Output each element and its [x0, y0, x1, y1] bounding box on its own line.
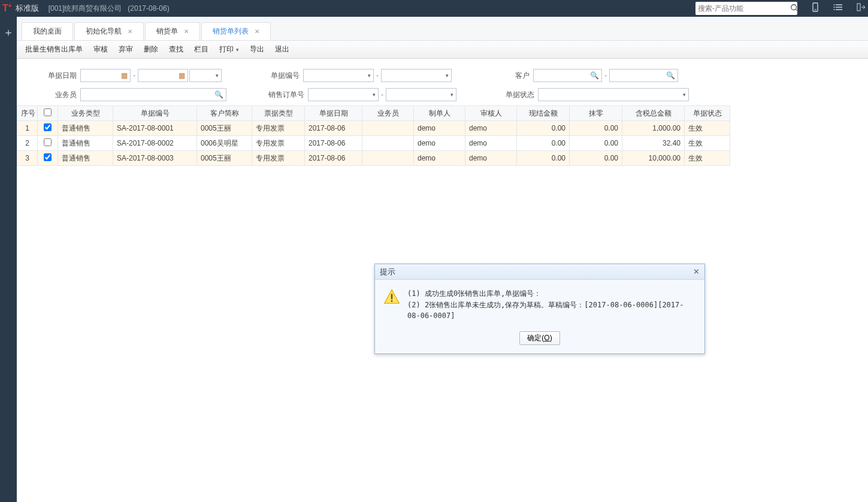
batch-generate-button[interactable]: 批量生销售出库单	[25, 44, 83, 55]
device-icon[interactable]	[810, 2, 820, 14]
cell-status: 生效	[685, 136, 730, 151]
docno-from-input[interactable]: ▾	[303, 69, 374, 82]
header-row: 序号 业务类型 单据编号 客户简称 票据类型 单据日期 业务员 制单人 审核人 …	[17, 106, 730, 121]
search-icon[interactable]	[788, 4, 801, 14]
col-customer[interactable]: 客户简称	[197, 106, 252, 121]
edition-label: 标准版	[16, 3, 39, 14]
col-maker[interactable]: 制单人	[414, 106, 465, 121]
close-icon[interactable]: ✕	[184, 28, 189, 35]
left-rail: ＋	[0, 17, 17, 502]
docno-to-input[interactable]: ▾	[381, 69, 452, 82]
col-status[interactable]: 单据状态	[685, 106, 730, 121]
col-salesman[interactable]: 业务员	[362, 106, 414, 121]
lookup-icon: 🔍	[590, 71, 599, 80]
cell-doc-date: 2017-08-06	[305, 136, 362, 151]
col-biz-type[interactable]: 业务类型	[58, 106, 113, 121]
svg-point-0	[791, 4, 797, 10]
svg-point-7	[834, 4, 835, 5]
dialog-title-bar[interactable]: 提示 ✕	[375, 264, 704, 280]
close-icon[interactable]: ✕	[255, 28, 259, 35]
date-from-input[interactable]: ▦	[80, 69, 131, 82]
svg-rect-13	[391, 300, 392, 302]
customer-to-input[interactable]: 🔍	[609, 69, 678, 82]
col-seq[interactable]: 序号	[17, 106, 38, 121]
svg-rect-10	[857, 4, 860, 11]
cell-round-off: 0.00	[570, 121, 622, 136]
col-doc-date[interactable]: 单据日期	[305, 106, 362, 121]
col-checkbox[interactable]	[38, 106, 58, 121]
action-toolbar: 批量生销售出库单 审核 弃审 删除 查找 栏目 打印▾ 导出 退出	[17, 41, 868, 59]
cell-inv-type: 专用发票	[252, 151, 305, 166]
table-row[interactable]: 2普通销售SA-2017-08-00020006吴明星专用发票2017-08-0…	[17, 136, 730, 151]
ok-button[interactable]: 确定(O)	[519, 331, 559, 345]
orderno-to-input[interactable]: ▾	[386, 88, 456, 101]
business-date: (2017-08-06)	[128, 4, 169, 13]
cell-maker: demo	[414, 136, 465, 151]
exit-button[interactable]: 退出	[275, 44, 289, 55]
cell-biz-type: 普通销售	[58, 121, 113, 136]
col-tax-total[interactable]: 含税总金额	[622, 106, 685, 121]
cell-inv-type: 专用发票	[252, 121, 305, 136]
add-tab-button[interactable]: ＋	[0, 25, 17, 40]
chevron-down-icon: ▾	[216, 72, 219, 78]
status-select[interactable]: ▾	[538, 88, 689, 101]
tab-desktop[interactable]: 我的桌面	[22, 22, 73, 40]
col-inv-type[interactable]: 票据类型	[252, 106, 305, 121]
cell-doc-no: SA-2017-08-0002	[113, 136, 197, 151]
orderno-from-input[interactable]: ▾	[308, 88, 379, 101]
row-checkbox[interactable]	[44, 123, 52, 131]
tab-sales-voucher-list[interactable]: 销货单列表 ✕	[201, 22, 271, 40]
tab-init-nav[interactable]: 初始化导航 ✕	[74, 22, 144, 40]
tabs-bar: 我的桌面 初始化导航 ✕ 销货单 ✕ 销货单列表 ✕	[17, 17, 868, 41]
date-preset-select[interactable]: ▾	[189, 69, 222, 82]
columns-button[interactable]: 栏目	[194, 44, 208, 55]
customer-from-input[interactable]: 🔍	[533, 69, 602, 82]
dialog-message: (1) 成功生成0张销售出库单,单据编号： (2) 2张销售出库单未生成功,保存…	[407, 288, 695, 322]
col-round-off[interactable]: 抹零	[570, 106, 622, 121]
table-row[interactable]: 1普通销售SA-2017-08-00010005王丽专用发票2017-08-06…	[17, 121, 730, 136]
tab-sales-voucher[interactable]: 销货单 ✕	[145, 22, 200, 40]
data-grid: 序号 业务类型 单据编号 客户简称 票据类型 单据日期 业务员 制单人 审核人 …	[17, 105, 868, 166]
tab-label: 销货单列表	[213, 26, 249, 37]
svg-rect-2	[813, 3, 818, 11]
cell-maker: demo	[414, 151, 465, 166]
row-checkbox[interactable]	[44, 138, 52, 146]
select-all-checkbox[interactable]	[44, 108, 52, 116]
cell-check[interactable]	[38, 136, 58, 151]
col-doc-no[interactable]: 单据编号	[113, 106, 197, 121]
delete-button[interactable]: 删除	[144, 44, 158, 55]
row-checkbox[interactable]	[44, 153, 52, 161]
table-row[interactable]: 3普通销售SA-2017-08-00030005王丽专用发票2017-08-06…	[17, 151, 730, 166]
chevron-down-icon: ▾	[450, 92, 453, 98]
list-icon[interactable]	[833, 2, 843, 14]
global-search[interactable]	[695, 2, 797, 15]
cell-doc-date: 2017-08-06	[305, 121, 362, 136]
cell-check[interactable]	[38, 151, 58, 166]
cell-biz-type: 普通销售	[58, 136, 113, 151]
expand-icon[interactable]	[856, 2, 866, 14]
chevron-down-icon: ▾	[683, 92, 686, 98]
svg-point-8	[834, 7, 835, 8]
date-to-input[interactable]: ▦	[138, 69, 188, 82]
warning-icon	[383, 288, 407, 322]
company-label: [001]统邦商贸有限公司	[49, 4, 122, 14]
search-input[interactable]	[698, 4, 788, 13]
audit-button[interactable]: 审核	[93, 44, 108, 55]
export-button[interactable]: 导出	[250, 44, 264, 55]
chevron-down-icon: ▾	[446, 72, 449, 78]
col-auditor[interactable]: 审核人	[465, 106, 517, 121]
print-button[interactable]: 打印▾	[219, 44, 239, 55]
cell-check[interactable]	[38, 121, 58, 136]
cell-cash-amt: 0.00	[517, 136, 570, 151]
cell-doc-no: SA-2017-08-0001	[113, 121, 197, 136]
tab-label: 我的桌面	[33, 26, 62, 37]
calendar-icon: ▦	[179, 71, 185, 80]
find-button[interactable]: 查找	[169, 44, 183, 55]
chevron-down-icon: ▾	[373, 92, 376, 98]
col-cash-amt[interactable]: 现结金额	[517, 106, 570, 121]
salesman-input[interactable]: 🔍	[80, 88, 226, 101]
unaudit-button[interactable]: 弃审	[119, 44, 133, 55]
close-icon[interactable]: ✕	[128, 28, 132, 35]
cell-salesman	[362, 121, 414, 136]
close-icon[interactable]: ✕	[693, 267, 700, 276]
